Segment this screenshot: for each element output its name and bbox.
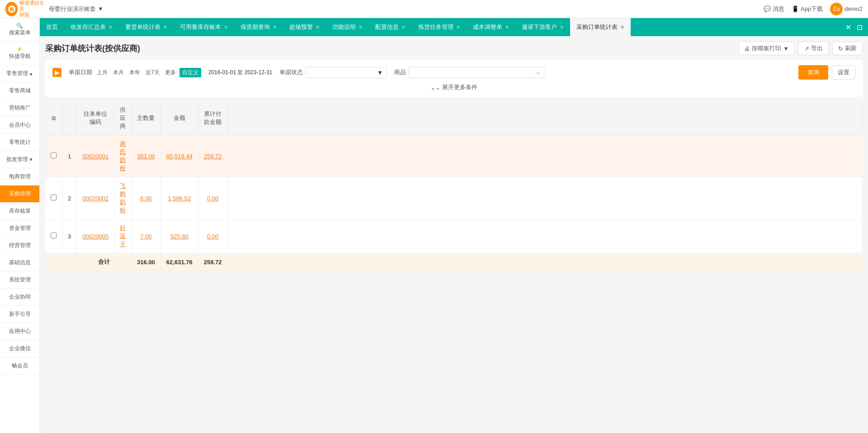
user-label: demo2 [844,5,863,12]
sidebar-item-retail-mall[interactable]: 零售商城 [0,82,39,100]
close-icon[interactable]: ✕ [224,24,228,30]
td-vendor-code[interactable]: 00020001 [77,135,114,177]
sidebar-item-member-center[interactable]: 会员中心 [0,117,39,134]
sidebar-item-purchase[interactable]: 采购管理 [0,186,39,203]
sidebar-item-inventory[interactable]: 库存核算 [0,203,39,220]
dots-menu-icon: ··· [535,69,540,76]
sidebar-item-retail-mgmt[interactable]: 零售管理 ▲ [0,65,39,82]
maximize-btn[interactable]: ⊡ [855,21,864,33]
date-shortcut-custom[interactable]: 自定义 [179,68,201,77]
goods-input[interactable]: ··· [409,67,544,78]
close-icon[interactable]: ✕ [273,24,277,30]
close-icon[interactable]: ✕ [401,24,406,30]
page-title: 采购订单统计表(按供应商) [45,43,140,54]
date-shortcut-more[interactable]: 更多 [163,68,178,77]
sidebar-item-system[interactable]: 系统管理 [0,271,39,289]
tab-warranty-query[interactable]: 保质期查询 ✕ [234,18,283,36]
filter-bar: ▶ 单据日期 上月 本月 本年 近7天 更多 自定义 [45,60,863,97]
th-amount: 金额 [160,101,198,135]
date-shortcut-this-year[interactable]: 本年 [127,68,142,77]
row-checkbox[interactable] [51,233,57,238]
close-icon[interactable]: ✕ [163,24,167,30]
close-icon[interactable]: ✕ [456,24,460,30]
sidebar-item-wholesale-mgmt[interactable]: 批发管理 ▼ [0,151,39,168]
sidebar-item-quick-nav[interactable]: ⚡ 快捷导航 [0,42,39,65]
td-seq: 1 [62,135,77,177]
row-checkbox[interactable] [51,152,57,158]
th-seq [62,101,77,135]
gear-icon: ⚙ [51,115,57,122]
td-checkbox[interactable] [45,135,62,177]
status-select[interactable]: ▼ [306,67,387,78]
td-vendor-code[interactable]: 00020002 [77,177,114,219]
expand-conditions-btn[interactable]: ⌄⌄ 展开更多条件 [430,83,477,91]
date-shortcut-last-month[interactable]: 上月 [95,68,109,77]
tab-cost-adjust[interactable]: 成本调整单 ✕ [467,18,515,36]
tab-available-inventory[interactable]: 可用量库存账本 ✕ [174,18,234,36]
message-btn[interactable]: 💬 消息 [764,5,784,13]
sidebar-item-app-center[interactable]: 应用中心 [0,323,39,340]
close-window-btn[interactable]: ✕ [844,21,853,33]
nav-tabs: 首页 收发存汇总表 ✕ 要货单统计表 ✕ 可用量库存账本 ✕ 保质期查询 ✕ [40,18,868,36]
close-icon[interactable]: ✕ [560,24,564,30]
row-checkbox[interactable] [51,195,57,200]
sidebar-item-ops[interactable]: 经营管理 [0,237,39,254]
td-vendor-name[interactable]: 惠氏奶粉 [114,135,132,177]
td-vendor-code[interactable]: 00020005 [77,219,114,253]
td-paid-amount[interactable]: 0.00 [198,219,227,253]
app-download-btn[interactable]: 📱 App下载 [792,5,823,13]
sidebar-item-ecommerce[interactable]: 电商管理 [0,168,39,186]
user-profile[interactable]: Ea demo2 [830,3,863,15]
td-paid-amount[interactable]: 259.72 [198,135,227,177]
tab-home[interactable]: 首页 [40,18,64,36]
close-icon[interactable]: ✕ [505,24,509,30]
sidebar-item-enterprise-collab[interactable]: 企业协同 [0,289,39,306]
td-paid-amount[interactable]: 0.00 [198,177,227,219]
workspace-selector[interactable]: 母婴行业演示账套 ▼ [49,5,104,13]
filter-toggle-btn[interactable]: ▶ [52,68,61,77]
sidebar-item-finance[interactable]: 资金管理 [0,220,39,237]
close-icon[interactable]: ✕ [316,24,320,30]
close-icon[interactable]: ✕ [620,24,624,30]
td-vendor-name[interactable]: 飞鹤奶粉 [114,177,132,219]
sidebar-item-basic-info[interactable]: 基础信息 [0,254,39,271]
query-button[interactable]: 查询 [798,65,828,80]
tab-purchase-order-stats[interactable]: 采购订单统计表 ✕ [570,18,631,36]
print-button[interactable]: 🖨 按模板打印 ▼ [738,42,795,55]
date-shortcut-7days[interactable]: 近7天 [144,68,161,77]
td-qty[interactable]: 6.00 [132,177,161,219]
message-label: 消息 [773,5,784,13]
sidebar-item-new-guide[interactable]: 新手引导 [0,306,39,323]
date-shortcut-this-month[interactable]: 本月 [111,68,126,77]
tab-goods-stats[interactable]: 要货单统计表 ✕ [119,18,174,36]
expand-icon: ▲ [29,71,33,76]
close-icon[interactable]: ✕ [108,24,113,30]
sidebar-item-marketing[interactable]: 营销推广 [0,100,39,117]
refresh-button[interactable]: ↻ 刷新 [832,42,863,55]
td-seq: 2 [62,177,77,219]
page-actions: 🖨 按模板打印 ▼ ↗ 导出 ↻ 刷新 [738,42,863,55]
td-checkbox[interactable] [45,219,62,253]
tab-pick-task[interactable]: 拣货任务管理 ✕ [412,18,467,36]
close-icon[interactable]: ✕ [359,24,363,30]
tab-func-desc[interactable]: 功能说明 ✕ [326,18,369,36]
td-amount[interactable]: 60,519.44 [160,135,198,177]
tab-receive-summary[interactable]: 收发存汇总表 ✕ [64,18,119,36]
td-checkbox[interactable] [45,177,62,219]
sidebar-item-retail-stats[interactable]: 零售统计 [0,134,39,151]
td-amount[interactable]: 1,586.52 [160,177,198,219]
sidebar-item-search[interactable]: 🔍 搜索菜单 [0,18,39,42]
tab-config-info[interactable]: 配置信息 ✕ [369,18,412,36]
sidebar-item-member[interactable]: 畅会员 [0,357,39,375]
td-amount[interactable]: 525.80 [160,219,198,253]
td-qty[interactable]: 7.00 [132,219,161,253]
sidebar-item-enterprise-wechat[interactable]: 企业微信 [0,340,39,357]
td-vendor-name[interactable]: 好孩子 [114,219,132,253]
settings-button[interactable]: 设置 [832,65,855,80]
td-qty[interactable]: 303.00 [132,135,161,177]
tab-overstock-alert[interactable]: 超储预警 ✕ [283,18,326,36]
export-button[interactable]: ↗ 导出 [798,42,829,55]
th-settings[interactable]: ⚙ [45,101,62,135]
tab-invite-downstream[interactable]: 邀请下游客户 ✕ [515,18,570,36]
td-footer-paid: 259.72 [198,253,227,271]
